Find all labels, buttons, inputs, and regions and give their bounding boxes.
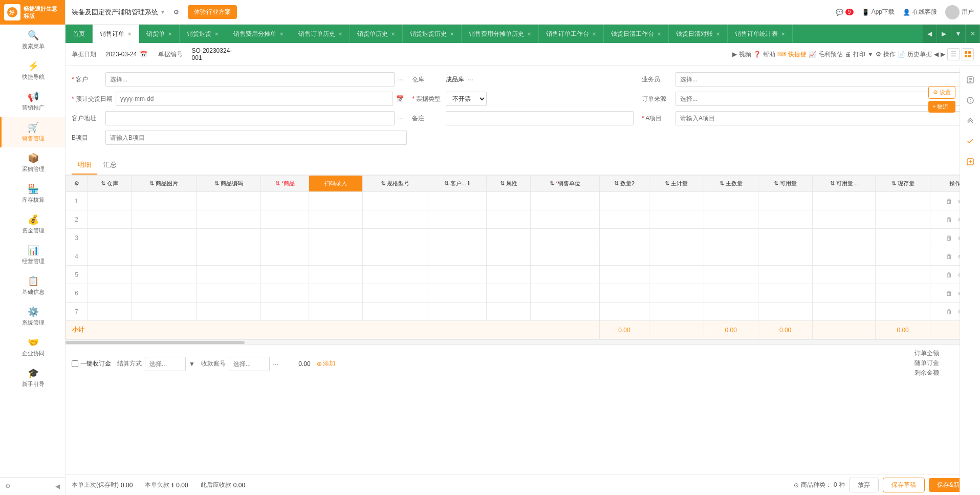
toolbar-shortcut-item[interactable]: ⌨ 快捷键 — [777, 50, 807, 59]
tab-sales-order-workspace[interactable]: 销售订单工作台 ✕ — [539, 25, 604, 43]
tab-scroll-left[interactable]: ◀ — [923, 25, 937, 43]
payment-method-input[interactable] — [145, 357, 186, 371]
row-1-code[interactable] — [196, 192, 261, 210]
calendar-icon[interactable]: 📅 — [140, 51, 147, 58]
row-2-available[interactable] — [758, 210, 812, 229]
toolbar-help-item[interactable]: ❓ 帮助 — [753, 50, 775, 59]
tab-sales-return-history-close[interactable]: ✕ — [450, 31, 454, 37]
float-icon-1[interactable] — [962, 72, 978, 88]
row-1-customer-code[interactable] — [427, 192, 487, 210]
row-2-unit[interactable] — [531, 210, 599, 229]
row-7-delete-icon[interactable]: 🗑 — [945, 307, 954, 316]
tab-sales-return[interactable]: 销货退货 ✕ — [180, 25, 226, 43]
row-1-stock[interactable] — [876, 192, 930, 210]
customer-dots[interactable]: ··· — [398, 75, 404, 83]
row-3-delete-icon[interactable]: 🗑 — [945, 233, 954, 243]
float-icon-3[interactable] — [962, 113, 978, 129]
row-2-qty2[interactable] — [599, 210, 649, 229]
tab-sales-return-history[interactable]: 销货退货历史 ✕ — [403, 25, 462, 43]
float-icon-2[interactable] — [962, 92, 978, 109]
warehouse-dots[interactable]: ··· — [467, 75, 473, 83]
invoice-type-select[interactable]: 不开票 — [446, 92, 487, 106]
tab-cash-reconcile[interactable]: 钱货日清对账 ✕ — [669, 25, 728, 43]
tab-sales-order-history[interactable]: 销售订单历史 ✕ — [291, 25, 350, 43]
float-icon-4[interactable] — [962, 133, 978, 149]
row-2-delete-icon[interactable]: 🗑 — [945, 215, 954, 224]
row-2-warehouse[interactable] — [88, 210, 132, 229]
salesperson-input[interactable] — [676, 72, 965, 87]
save-draft-button[interactable]: 保存草稿 — [883, 478, 925, 492]
row-1-qty2[interactable] — [599, 192, 649, 210]
sidebar-item-guide[interactable]: 🎓 新手引导 — [0, 362, 65, 393]
tab-sales-summary[interactable]: 销售订单统计表 ✕ — [728, 25, 793, 43]
row-2-stock[interactable] — [876, 210, 930, 229]
tab-sales-order[interactable]: 销售订单 ✕ — [93, 25, 139, 43]
one-click-checkbox[interactable]: 一键收订金 — [72, 359, 111, 368]
toolbar-history-item[interactable]: 📄 历史单据 ◀ ▶ — [898, 50, 945, 59]
tab-cash-daily-workspace-close[interactable]: ✕ — [657, 31, 661, 37]
row-1-warehouse[interactable] — [88, 192, 132, 210]
row-2-image[interactable] — [132, 210, 197, 229]
sidebar-item-marketing[interactable]: 📢 营销推广 — [0, 86, 65, 117]
account-dots[interactable]: ··· — [273, 360, 279, 368]
toolbar-view-item[interactable]: ▶ 视频 — [732, 50, 751, 59]
row-2-main-qty[interactable] — [704, 210, 758, 229]
row-1-properties[interactable] — [487, 192, 531, 210]
row-1-delete-icon[interactable]: 🗑 — [945, 197, 954, 206]
payment-method-arrow[interactable]: ▼ — [189, 360, 195, 368]
customer-address-input[interactable] — [105, 111, 395, 125]
tab-sales-return-close[interactable]: ✕ — [214, 31, 219, 37]
add-payment-btn[interactable]: ⊕ 添加 — [317, 359, 335, 368]
row-1-main-qty[interactable] — [704, 192, 758, 210]
sidebar-item-finance[interactable]: 💰 资金管理 — [0, 209, 65, 240]
sidebar-item-operations[interactable]: 📊 经营管理 — [0, 240, 65, 270]
tab-sales-fee-split-history-close[interactable]: ✕ — [527, 31, 531, 37]
row-2-customer-code[interactable] — [427, 210, 487, 229]
tab-menu[interactable]: ▼ — [951, 25, 966, 43]
row-4-delete-icon[interactable]: 🗑 — [945, 252, 954, 261]
row-1-spec[interactable] — [362, 192, 427, 210]
row-2-name[interactable] — [261, 210, 309, 229]
tab-sales-invoice[interactable]: 销货单 ✕ — [139, 25, 180, 43]
delivery-date-calendar-icon[interactable]: 📅 — [396, 95, 404, 102]
scrollbar-thumb[interactable] — [66, 341, 245, 344]
row-6-delete-icon[interactable]: 🗑 — [945, 289, 954, 298]
row-5-delete-icon[interactable]: 🗑 — [945, 270, 954, 279]
tab-sales-summary-close[interactable]: ✕ — [781, 31, 785, 37]
sidebar-item-purchase[interactable]: 📦 采购管理 — [0, 147, 65, 178]
sidebar-item-system[interactable]: ⚙️ 系统管理 — [0, 301, 65, 332]
tab-summary[interactable]: 汇总 — [97, 156, 123, 175]
row-1-available[interactable] — [758, 192, 812, 210]
tab-cash-daily-workspace[interactable]: 钱货日清工作台 ✕ — [604, 25, 669, 43]
tab-sales-order-close[interactable]: ✕ — [127, 31, 132, 37]
row-1-name[interactable] — [261, 192, 309, 210]
sidebar-item-quicknav[interactable]: ⚡ 快捷导航 — [0, 55, 65, 86]
row-2-code[interactable] — [196, 210, 261, 229]
customer-input[interactable] — [105, 72, 395, 87]
system-title[interactable]: 装备及固定资产辅助管理系统 ▼ — [72, 8, 165, 17]
toolbar-operation-item[interactable]: ⚙ 操作 — [876, 50, 896, 59]
one-click-checkbox-input[interactable] — [72, 360, 78, 367]
header-settings-button[interactable]: ⚙ — [169, 5, 184, 19]
toolbar-profit-item[interactable]: 📈 毛利预估 — [809, 50, 843, 59]
row-2-properties[interactable] — [487, 210, 531, 229]
table-scrollbar[interactable] — [66, 339, 980, 345]
tab-cash-reconcile-close[interactable]: ✕ — [716, 31, 720, 37]
row-1-unit[interactable] — [531, 192, 599, 210]
tab-sales-order-workspace-close[interactable]: ✕ — [592, 31, 596, 37]
tab-sales-invoice-close[interactable]: ✕ — [168, 31, 172, 37]
tab-detail[interactable]: 明细 — [72, 156, 97, 175]
sidebar-item-search[interactable]: 🔍 搜索菜单 — [0, 25, 65, 55]
row-1-main-unit[interactable] — [649, 192, 704, 210]
settings-action-btn[interactable]: ⚙ 设置 — [928, 86, 955, 99]
user-item[interactable]: 用户 — [945, 5, 974, 19]
row-3-warehouse[interactable] — [88, 229, 132, 247]
delivery-date-input[interactable] — [116, 92, 393, 106]
history-nav-left[interactable]: ◀ — [934, 51, 939, 58]
discard-button[interactable]: 放弃 — [849, 478, 879, 492]
history-nav-right[interactable]: ▶ — [941, 51, 945, 58]
sidebar-collapse-icon[interactable]: ◀ — [55, 483, 60, 490]
remarks-input[interactable] — [446, 111, 634, 125]
order-source-input[interactable] — [676, 92, 965, 106]
tab-sales-fee-split[interactable]: 销售费用分摊单 ✕ — [226, 25, 291, 43]
